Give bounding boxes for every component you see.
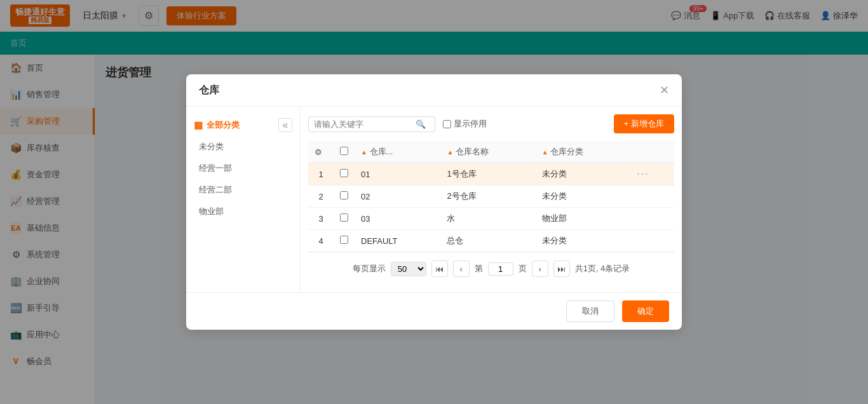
next-page-button[interactable]: › xyxy=(532,260,548,277)
category-label-property: 物业部 xyxy=(199,206,224,216)
row-select-2[interactable] xyxy=(340,191,348,199)
col-settings-header[interactable]: ⚙ xyxy=(308,141,334,163)
col-warehouse-category-label: 仓库分类 xyxy=(550,147,583,156)
table-head: ⚙ ▲ 仓库... ▲ 仓库名称 xyxy=(308,141,674,163)
col-actions-header xyxy=(630,141,674,163)
category-all-label: 全部分类 xyxy=(207,119,240,131)
row-name-4: 总仓 xyxy=(440,230,535,252)
warehouse-dialog: 仓库 ✕ ▦ 全部分类 « 未分类 经营一部 xyxy=(186,74,682,330)
category-all-button[interactable]: ▦ 全部分类 xyxy=(194,119,240,131)
category-item-unclassified[interactable]: 未分类 xyxy=(186,136,300,158)
row-select-3[interactable] xyxy=(340,213,348,222)
dialog-body: ▦ 全部分类 « 未分类 经营一部 经营二部 物业部 xyxy=(186,107,682,292)
table-row[interactable]: 3 03 水 物业部 xyxy=(308,208,674,230)
row-more-btn-1[interactable]: ··· xyxy=(637,168,649,179)
show-disabled-label: 显示停用 xyxy=(454,118,487,130)
next-page-icon: › xyxy=(538,264,541,274)
sort-arrow-name: ▲ xyxy=(447,149,453,156)
per-page-label: 每页显示 xyxy=(353,263,386,274)
prev-page-button[interactable]: ‹ xyxy=(453,260,470,277)
confirm-button[interactable]: 确定 xyxy=(622,300,669,322)
table-body: 1 01 1号仓库 未分类 ··· 2 xyxy=(308,163,674,252)
warehouse-table: ⚙ ▲ 仓库... ▲ 仓库名称 xyxy=(308,141,674,252)
row-code-2: 02 xyxy=(355,185,440,208)
row-checkbox-3[interactable] xyxy=(334,208,355,230)
last-page-button[interactable]: ⏭ xyxy=(553,260,570,277)
row-checkbox-4[interactable] xyxy=(334,230,355,252)
row-name-3: 水 xyxy=(440,208,535,230)
row-checkbox-1[interactable] xyxy=(334,163,355,185)
dialog-header: 仓库 ✕ xyxy=(186,74,682,107)
dialog-title: 仓库 xyxy=(199,84,219,97)
last-page-icon: ⏭ xyxy=(557,264,566,274)
show-disabled-checkbox[interactable] xyxy=(443,120,451,128)
collapse-button[interactable]: « xyxy=(278,118,292,132)
row-category-4: 未分类 xyxy=(536,230,630,252)
row-num-3: 3 xyxy=(308,208,334,230)
page-input[interactable] xyxy=(488,262,513,276)
settings-col-icon: ⚙ xyxy=(315,147,322,157)
row-actions-4[interactable] xyxy=(630,230,674,252)
row-select-4[interactable] xyxy=(340,236,348,244)
category-panel: ▦ 全部分类 « 未分类 经营一部 经营二部 物业部 xyxy=(186,107,301,292)
table-panel: 🔍 显示停用 + 新增仓库 ⚙ xyxy=(301,107,682,292)
page-label: 第 xyxy=(475,263,483,274)
row-code-1: 01 xyxy=(355,163,440,185)
row-num-2: 2 xyxy=(308,185,334,208)
category-label-dept2: 经营二部 xyxy=(199,185,232,194)
pagination: 每页显示 50 20 100 ⏮ ‹ 第 页 xyxy=(308,252,674,285)
sort-arrow-code: ▲ xyxy=(361,149,367,156)
row-select-1[interactable] xyxy=(340,169,348,177)
show-disabled-checkbox-wrap: 显示停用 xyxy=(443,118,487,130)
table-row[interactable]: 2 02 2号仓库 未分类 xyxy=(308,185,674,208)
page-size-select[interactable]: 50 20 100 xyxy=(391,262,426,276)
cancel-button[interactable]: 取消 xyxy=(566,300,614,322)
col-warehouse-name-header[interactable]: ▲ 仓库名称 xyxy=(440,141,535,163)
col-warehouse-code-label: 仓库... xyxy=(370,147,393,156)
search-icon[interactable]: 🔍 xyxy=(416,119,426,129)
row-category-1: 未分类 xyxy=(536,163,630,185)
select-all-checkbox[interactable] xyxy=(340,147,348,155)
row-code-3: 03 xyxy=(355,208,440,230)
row-num-4: 4 xyxy=(308,230,334,252)
row-name-1: 1号仓库 xyxy=(440,163,535,185)
row-actions-3[interactable] xyxy=(630,208,674,230)
row-code-4: DEFAULT xyxy=(355,230,440,252)
dialog-close-button[interactable]: ✕ xyxy=(660,83,669,97)
first-page-button[interactable]: ⏮ xyxy=(431,260,448,277)
add-warehouse-button[interactable]: + 新增仓库 xyxy=(614,114,674,133)
table-row[interactable]: 1 01 1号仓库 未分类 ··· xyxy=(308,163,674,185)
col-checkbox-header[interactable] xyxy=(334,141,355,163)
total-info: 共1页, 4条记录 xyxy=(575,263,630,274)
modal-overlay[interactable]: 仓库 ✕ ▦ 全部分类 « 未分类 经营一部 xyxy=(0,0,868,404)
category-label-dept1: 经营一部 xyxy=(199,163,232,173)
category-item-dept1[interactable]: 经营一部 xyxy=(186,158,300,179)
row-category-3: 物业部 xyxy=(536,208,630,230)
row-checkbox-2[interactable] xyxy=(334,185,355,208)
row-actions-2[interactable] xyxy=(630,185,674,208)
category-item-property[interactable]: 物业部 xyxy=(186,201,300,222)
row-num-1: 1 xyxy=(308,163,334,185)
page-suffix: 页 xyxy=(519,263,527,274)
category-label-unclassified: 未分类 xyxy=(199,142,224,151)
col-warehouse-name-label: 仓库名称 xyxy=(456,147,489,156)
grid-icon: ▦ xyxy=(194,119,203,131)
category-header: ▦ 全部分类 « xyxy=(186,114,300,136)
first-page-icon: ⏮ xyxy=(435,264,444,274)
table-toolbar: 🔍 显示停用 + 新增仓库 xyxy=(308,114,674,133)
row-actions-1[interactable]: ··· xyxy=(630,163,674,185)
sort-arrow-category: ▲ xyxy=(542,149,548,156)
row-name-2: 2号仓库 xyxy=(440,185,535,208)
table-header-row: ⚙ ▲ 仓库... ▲ 仓库名称 xyxy=(308,141,674,163)
category-item-dept2[interactable]: 经营二部 xyxy=(186,179,300,201)
prev-page-icon: ‹ xyxy=(459,264,462,274)
row-category-2: 未分类 xyxy=(536,185,630,208)
table-row[interactable]: 4 DEFAULT 总仓 未分类 xyxy=(308,230,674,252)
search-input-wrap: 🔍 xyxy=(308,116,435,132)
dialog-footer: 取消 确定 xyxy=(186,292,682,330)
col-warehouse-code-header[interactable]: ▲ 仓库... xyxy=(355,141,440,163)
col-warehouse-category-header[interactable]: ▲ 仓库分类 xyxy=(536,141,630,163)
search-input[interactable] xyxy=(314,119,416,129)
